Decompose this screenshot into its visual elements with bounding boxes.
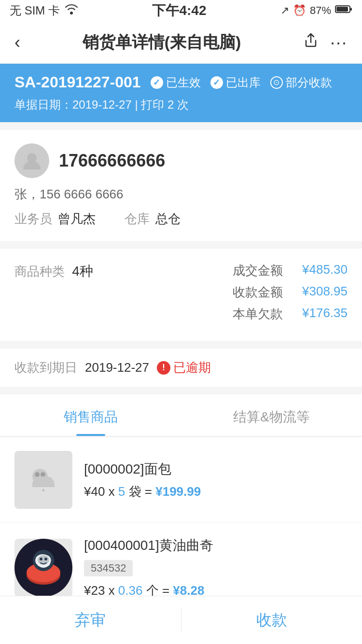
warehouse-label: 仓库 [125,210,150,227]
back-button[interactable]: ‹ [14,32,20,53]
share-icon[interactable] [303,33,319,52]
order-date-info: 单据日期：2019-12-27 | 打印 2 次 [14,97,348,112]
status-bar: 无 SIM 卡 下午4:42 ↗ ⏰ 87% [0,0,362,21]
nav-bar: ‹ 销货单详情(来自电脑) ··· [0,21,362,64]
tabs-section: 销售商品 结算&物流等 [0,394,362,436]
due-label: 收款到期日 [14,359,77,376]
alarm-icon: ⏰ [293,4,306,17]
product-tag-2: 534532 [84,560,133,576]
cancel-review-button[interactable]: 弃审 [0,600,181,641]
page-title: 销货单详情(来自电脑) [83,31,241,54]
product-name-1: [0000002]面包 [84,460,348,478]
check-icon-1: ✓ [151,76,163,89]
svg-point-5 [35,472,40,477]
received-value: ¥308.95 [302,284,348,301]
product-thumbnail-1: + [14,451,72,509]
product-name-2: [000400001]黄油曲奇 [84,536,348,555]
check-icon-2: ✓ [210,76,223,89]
status-bar-left: 无 SIM 卡 [10,3,78,18]
svg-rect-2 [336,7,348,12]
svg-text:+: + [42,488,45,493]
received-label: 收款金额 [233,284,283,301]
overdue-icon: ! [157,361,170,375]
debt-label: 本单欠款 [233,306,283,322]
svg-point-15 [44,558,47,560]
svg-rect-1 [350,8,352,11]
wifi-icon [65,4,78,17]
bottom-bar: 弃审 收款 [0,596,362,644]
summary-section: 商品种类 4种 成交金额 ¥485.30 收款金额 ¥308.95 本单欠款 ¥… [0,249,362,341]
avatar [14,143,49,178]
overdue-badge: ! 已逾期 [157,359,211,376]
due-date-value: 2019-12-27 [85,360,149,375]
customer-name-phone: 张，156 6666 6666 [14,186,348,203]
nav-actions: ··· [303,32,348,53]
customer-phone: 17666666666 [59,151,165,171]
status-effective: ✓ 已生效 [151,75,201,90]
battery-icon [335,4,352,17]
sales-label: 业务员 [14,210,52,227]
product-total-1: ¥199.99 [155,484,201,499]
order-id: SA-20191227-001 [14,73,141,91]
overdue-text: 已逾期 [173,359,211,376]
more-icon[interactable]: ··· [330,32,348,53]
due-section: 收款到期日 2019-12-27 ! 已逾期 [0,349,362,387]
product-price-1: ¥40 x 5 袋 = ¥199.99 [84,483,348,500]
battery-text: 87% [310,4,331,17]
status-bar-right: ↗ ⏰ 87% [280,4,352,17]
products-section: + [0000002]面包 ¥40 x 5 袋 = ¥199.99 [0,437,362,613]
debt-value: ¥176.35 [302,306,348,322]
product-thumbnail-2 [14,539,72,597]
product-info-2: [000400001]黄油曲奇 534532 ¥23 x 0.36 个 = ¥8… [84,536,348,599]
status-time: 下午4:42 [152,1,206,20]
warehouse-value: 总仓 [155,210,181,227]
product-qty-1: 5 [118,484,125,499]
product-type-count: 4种 [72,264,93,279]
collect-payment-button[interactable]: 收款 [181,600,362,641]
customer-meta: 业务员 曾凡杰 仓库 总仓 [14,210,348,227]
customer-section: 17666666666 张，156 6666 6666 业务员 曾凡杰 仓库 总… [0,130,362,241]
location-icon: ↗ [280,4,289,17]
carrier-text: 无 SIM 卡 [10,3,60,18]
status-partial: ⊙ 部分收款 [270,75,332,90]
tab-sales-products[interactable]: 销售商品 [0,394,181,436]
status-shipped: ✓ 已出库 [210,75,261,90]
product-item: + [0000002]面包 ¥40 x 5 袋 = ¥199.99 [0,437,362,523]
order-banner: SA-20191227-001 ✓ 已生效 ✓ 已出库 ⊙ 部分收款 单据日期：… [0,64,362,122]
amount-value: ¥485.30 [302,262,348,279]
clock-icon: ⊙ [270,76,283,89]
summary-amounts: 成交金额 ¥485.30 收款金额 ¥308.95 本单欠款 ¥176.35 [233,262,348,327]
svg-point-14 [40,558,42,560]
product-type-label: 商品种类 [14,264,65,279]
amount-label: 成交金额 [233,262,283,279]
product-info-1: [0000002]面包 ¥40 x 5 袋 = ¥199.99 [84,460,348,500]
svg-point-6 [41,472,45,477]
sales-person: 曾凡杰 [58,210,96,227]
tab-settlement[interactable]: 结算&物流等 [181,394,362,436]
